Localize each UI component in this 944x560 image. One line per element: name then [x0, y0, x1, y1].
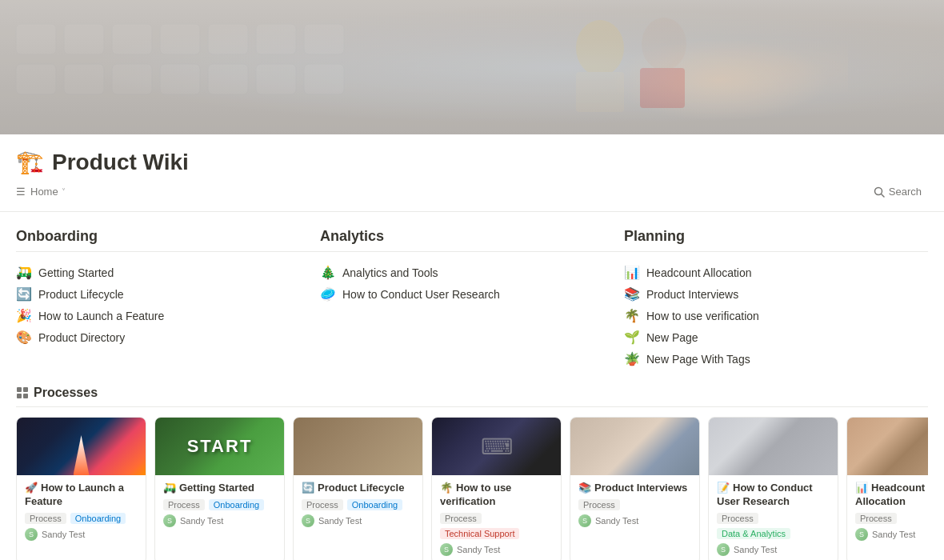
onboarding-title: Onboarding: [16, 228, 320, 252]
planning-link-product-interviews[interactable]: 📚 Product Interviews: [624, 283, 928, 305]
tag-process: Process: [25, 513, 66, 524]
card-thumb-start: START: [155, 418, 284, 475]
author-name: Sandy Test: [42, 530, 85, 539]
analytics-link-label-2: How to Conduct User Research: [342, 288, 500, 301]
tag-process: Process: [855, 513, 897, 524]
card-body-headcount: 📊Headcount Allocation Process S Sandy Te…: [847, 475, 928, 549]
svg-rect-1: [16, 24, 56, 54]
card-getting-started[interactable]: START 🛺Getting Started Process Onboardin…: [154, 417, 285, 560]
svg-rect-21: [17, 387, 22, 392]
card-headcount[interactable]: 📊Headcount Allocation Process S Sandy Te…: [846, 417, 928, 560]
card-meta-interviews: Process: [578, 499, 691, 510]
onboarding-link-product-directory[interactable]: 🎨 Product Directory: [16, 326, 320, 348]
author-name: Sandy Test: [457, 545, 500, 554]
svg-rect-3: [112, 24, 152, 54]
onboarding-link-product-lifecycle[interactable]: 🔄 Product Lifecycle: [16, 283, 320, 305]
avatar: S: [163, 514, 176, 527]
card-meta-lifecycle: Process Onboarding: [302, 499, 414, 510]
avatar: S: [855, 528, 868, 541]
card-body-launch: 🚀How to Launch a Feature Process Onboard…: [17, 475, 146, 549]
card-author-start: S Sandy Test: [163, 514, 276, 527]
tag-onboarding: Onboarding: [347, 499, 403, 510]
card-thumb-launch: [17, 418, 146, 475]
card-meta-start: Process Onboarding: [163, 499, 276, 510]
author-name: Sandy Test: [872, 530, 915, 539]
card-title-headcount: 📊Headcount Allocation: [855, 482, 928, 509]
cards-row: 🚀How to Launch a Feature Process Onboard…: [16, 417, 928, 560]
search-icon: [874, 186, 885, 198]
card-meta-user-research: Process Data & Analytics: [717, 513, 830, 539]
tag-process: Process: [578, 499, 620, 510]
search-button[interactable]: Search: [867, 183, 928, 200]
onboarding-link-launch-feature[interactable]: 🎉 How to Launch a Feature: [16, 305, 320, 326]
card-user-research[interactable]: 📝How to Conduct User Research Process Da…: [708, 417, 838, 560]
planning-link-new-page-tags[interactable]: 🪴 New Page With Tags: [624, 348, 928, 370]
card-verification[interactable]: 🌴How to use verification Process Technic…: [431, 417, 562, 560]
card-author-verification: S Sandy Test: [440, 543, 553, 556]
tag-process: Process: [440, 513, 482, 524]
card-launch-feature[interactable]: 🚀How to Launch a Feature Process Onboard…: [16, 417, 146, 560]
card-thumb-verification: [432, 418, 561, 475]
card-title-user-research: 📝How to Conduct User Research: [717, 482, 830, 509]
grid-icon: [16, 386, 29, 399]
onboarding-link-label-2: Product Lifecycle: [38, 288, 124, 301]
breadcrumb[interactable]: ☰ Home ˅: [16, 186, 66, 198]
onboarding-link-label-1: Getting Started: [38, 266, 114, 279]
tag-onboarding: Onboarding: [70, 513, 126, 524]
svg-rect-8: [16, 64, 56, 94]
card-product-lifecycle[interactable]: 🔄Product Lifecycle Process Onboarding S …: [293, 417, 423, 560]
planning-link-label-3: How to use verification: [646, 310, 759, 322]
card-body-user-research: 📝How to Conduct User Research Process Da…: [709, 475, 838, 560]
planning-link-label-4: New Page: [646, 331, 698, 344]
svg-rect-4: [160, 24, 200, 54]
processes-header: Processes: [16, 386, 928, 407]
svg-point-15: [576, 20, 624, 76]
planning-link-verification[interactable]: 🌴 How to use verification: [624, 305, 928, 326]
card-author-lifecycle: S Sandy Test: [302, 514, 414, 527]
card-author-headcount: S Sandy Test: [855, 528, 928, 541]
card-body-verification: 🌴How to use verification Process Technic…: [432, 475, 561, 560]
card-body-lifecycle: 🔄Product Lifecycle Process Onboarding S …: [294, 475, 422, 535]
tag-onboarding: Onboarding: [209, 499, 265, 510]
card-meta-launch: Process Onboarding: [25, 513, 138, 524]
svg-point-16: [642, 18, 686, 70]
processes-section: Processes 🚀How to Launch a Feature Proce…: [0, 378, 944, 560]
planning-link-headcount[interactable]: 📊 Headcount Allocation: [624, 262, 928, 283]
svg-rect-7: [304, 24, 344, 54]
three-column-sections: Onboarding 🛺 Getting Started 🔄 Product L…: [0, 212, 944, 378]
card-title-launch: 🚀How to Launch a Feature: [25, 482, 138, 509]
analytics-section: Analytics 🎄 Analytics and Tools 🥏 How to…: [320, 228, 624, 370]
card-product-interviews[interactable]: 📚Product Interviews Process S Sandy Test: [570, 417, 700, 560]
card-author-user-research: S Sandy Test: [717, 543, 830, 556]
planning-link-new-page[interactable]: 🌱 New Page: [624, 326, 928, 348]
tag-tech-support: Technical Support: [440, 528, 519, 539]
avatar: S: [717, 543, 730, 556]
analytics-link-label-1: Analytics and Tools: [342, 266, 438, 279]
page-title-row: 🏗️ Product Wiki: [0, 134, 944, 182]
card-title-verification: 🌴How to use verification: [440, 482, 553, 509]
planning-link-label-1: Headcount Allocation: [646, 266, 752, 279]
tag-process: Process: [163, 499, 205, 510]
analytics-link-tools[interactable]: 🎄 Analytics and Tools: [320, 262, 624, 283]
planning-link-label-5: New Page With Tags: [646, 353, 750, 366]
analytics-title: Analytics: [320, 228, 624, 252]
tag-data-analytics: Data & Analytics: [717, 528, 790, 539]
onboarding-link-getting-started[interactable]: 🛺 Getting Started: [16, 262, 320, 283]
author-name: Sandy Test: [318, 516, 362, 526]
svg-rect-11: [160, 64, 200, 94]
card-meta-headcount: Process: [855, 513, 928, 524]
page-title: Product Wiki: [52, 150, 189, 175]
svg-rect-5: [208, 24, 248, 54]
card-title-start: 🛺Getting Started: [163, 482, 276, 495]
card-thumb-interviews: [570, 418, 699, 475]
card-thumb-headcount: [847, 418, 928, 475]
hero-banner: [0, 0, 944, 134]
analytics-link-user-research[interactable]: 🥏 How to Conduct User Research: [320, 283, 624, 305]
card-title-lifecycle: 🔄Product Lifecycle: [302, 482, 414, 495]
card-author-launch: S Sandy Test: [25, 528, 138, 541]
processes-title: Processes: [34, 386, 98, 400]
onboarding-section: Onboarding 🛺 Getting Started 🔄 Product L…: [16, 228, 320, 370]
planning-section: Planning 📊 Headcount Allocation 📚 Produc…: [624, 228, 928, 370]
svg-rect-9: [64, 64, 104, 94]
svg-rect-2: [64, 24, 104, 54]
